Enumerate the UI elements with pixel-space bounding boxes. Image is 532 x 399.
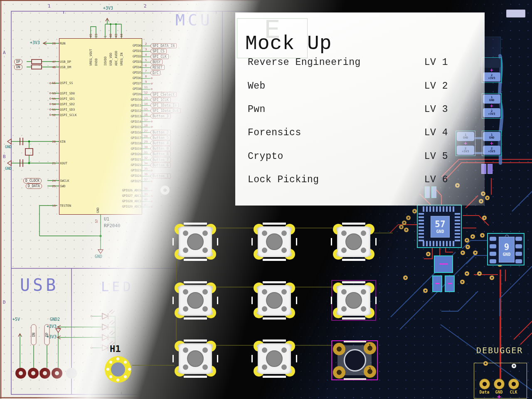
challenge-row[interactable]: Lock Picking LV 6 bbox=[248, 168, 448, 191]
challenge-name: Forensics bbox=[248, 127, 301, 138]
tactile-button-footprint[interactable] bbox=[254, 223, 295, 260]
scrollbar-thumb[interactable] bbox=[506, 10, 525, 17]
challenge-name: Crypto bbox=[248, 151, 283, 162]
challenge-list: Reverse Engineering LV 1 Web LV 2 Pwn LV… bbox=[248, 51, 448, 191]
level-badge: LV 6 bbox=[424, 174, 448, 185]
level-badge: LV 5 bbox=[424, 151, 448, 162]
tactile-button-footprint[interactable]: 1 2 bbox=[331, 340, 378, 380]
button-plunger bbox=[187, 350, 204, 367]
challenge-name: Reverse Engineering bbox=[248, 57, 361, 68]
tactile-button-footprint[interactable] bbox=[175, 223, 216, 260]
challenge-row[interactable]: Forensics LV 4 bbox=[248, 121, 448, 144]
challenge-row[interactable]: Reverse Engineering LV 1 bbox=[248, 51, 448, 74]
level-badge: LV 2 bbox=[424, 81, 448, 92]
challenge-name: Lock Picking bbox=[248, 174, 319, 185]
challenge-row[interactable]: Pwn LV 3 bbox=[248, 98, 448, 121]
via bbox=[160, 186, 170, 195]
through-hole-pad bbox=[333, 343, 345, 355]
level-badge: LV 3 bbox=[424, 104, 448, 115]
challenge-name: Web bbox=[248, 81, 266, 92]
challenge-row[interactable]: Web LV 2 bbox=[248, 74, 448, 97]
button-plunger bbox=[344, 349, 366, 372]
button-plunger bbox=[345, 233, 362, 250]
button-plunger bbox=[266, 233, 283, 250]
button-plunger bbox=[266, 292, 283, 309]
button-plunger bbox=[266, 350, 283, 367]
tactile-button-footprint[interactable] bbox=[254, 340, 295, 377]
level-badge: LV 4 bbox=[424, 127, 448, 138]
challenge-row[interactable]: Crypto LV 5 bbox=[248, 145, 448, 168]
tactile-button-footprint[interactable] bbox=[254, 282, 295, 319]
tactile-button-footprint[interactable] bbox=[175, 340, 216, 377]
level-badge: LV 1 bbox=[424, 57, 448, 68]
mount-hole-label: H1 bbox=[110, 344, 121, 354]
tactile-button-footprint[interactable] bbox=[333, 282, 374, 319]
through-hole-pad bbox=[333, 366, 345, 379]
pad-number: 2 bbox=[369, 367, 371, 371]
button-plunger bbox=[345, 292, 362, 309]
mount-hole[interactable] bbox=[105, 356, 131, 383]
mockup-panel: E Mock Up Reverse Engineering LV 1 Web L… bbox=[235, 12, 485, 206]
button-plunger bbox=[187, 233, 204, 250]
tactile-button-footprint[interactable] bbox=[333, 223, 374, 260]
challenge-name: Pwn bbox=[248, 104, 266, 115]
composite-screenshot: 57 GND 9 GND 1GND + bbox=[0, 0, 532, 399]
pad-number: 1 bbox=[369, 344, 371, 348]
tactile-button-footprint[interactable] bbox=[175, 282, 216, 319]
button-plunger bbox=[187, 292, 204, 309]
